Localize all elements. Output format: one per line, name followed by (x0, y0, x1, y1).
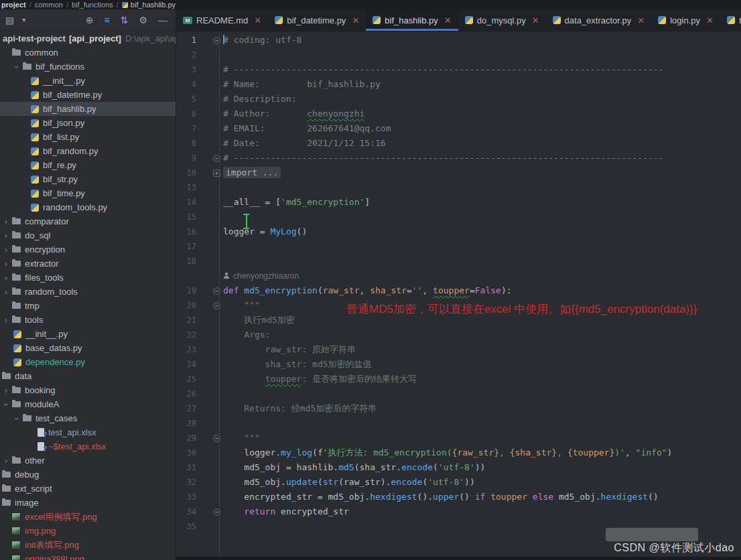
tree-item[interactable]: ext_script (0, 482, 176, 496)
fold-collapse-icon[interactable]: − (213, 508, 220, 516)
code-line[interactable]: 31 md5_obj = hashlib.md5(sha_str.encode(… (176, 460, 741, 475)
code-line[interactable]: 25 toupper: 是否将加密后的结果转大写 (176, 372, 741, 387)
tree-item[interactable]: ›other (0, 453, 176, 468)
close-icon[interactable]: ✕ (444, 15, 452, 25)
code-line[interactable]: 33 encrypted_str = md5_obj.hexdigest().u… (176, 490, 741, 504)
tree-item[interactable]: bif_str.py (0, 172, 176, 186)
code-line[interactable]: 28 (176, 416, 741, 431)
tree-item[interactable]: img.png (0, 524, 176, 538)
code-line[interactable]: 24 sha_str: md5加密的盐值 (176, 357, 741, 372)
fold-collapse-icon[interactable]: − (213, 37, 220, 44)
tab-README.md[interactable]: MREADME.md✕ (176, 9, 268, 31)
code-line[interactable]: 16logger = MyLog() (176, 224, 741, 239)
locate-icon[interactable]: ⊕ (86, 15, 94, 25)
tree-item[interactable]: ›comparator (0, 214, 176, 228)
tool-window-list-icon[interactable]: ▤ (5, 15, 14, 25)
tab-do_mysql.py[interactable]: do_mysql.py✕ (458, 9, 546, 31)
close-icon[interactable]: ✕ (352, 15, 359, 25)
tab-bif_datetime.py[interactable]: bif_datetime.py✕ (268, 9, 366, 31)
tree-item[interactable]: debug (0, 468, 176, 482)
tree-item[interactable]: ›files_tools (0, 271, 176, 285)
code-line[interactable]: 13 (176, 180, 741, 195)
chevron-collapsed-icon[interactable]: › (3, 232, 9, 239)
tree-item[interactable]: bif_random.py (0, 144, 176, 158)
tree-item[interactable]: bif_datetime.py (0, 88, 176, 102)
code-line[interactable]: 6# Author: chenyongzhi (176, 107, 741, 121)
tree-item[interactable]: excel用例填写.png (0, 510, 176, 524)
code-line[interactable]: 2 (176, 48, 741, 62)
tree-item[interactable]: bif_re.py (0, 158, 176, 172)
code-line[interactable]: 32 md5_obj.update(str(raw_str).encode('u… (176, 475, 741, 490)
code-line[interactable]: 17 (176, 239, 741, 254)
code-line[interactable]: 26 (176, 387, 741, 401)
tree-item[interactable]: ›extractor (0, 257, 176, 271)
fold-expand-icon[interactable]: + (213, 169, 220, 177)
chevron-collapsed-icon[interactable]: › (3, 289, 9, 295)
code-line[interactable]: 5# Description: (176, 92, 741, 107)
chevron-expanded-icon[interactable]: › (13, 415, 20, 422)
tree-root-item[interactable]: api-test-project [api_project] D:\apk_ap… (0, 31, 176, 46)
code-line[interactable]: 22 Args: (176, 328, 741, 342)
code-line[interactable]: 15 (176, 210, 741, 224)
close-icon[interactable]: ✕ (706, 15, 714, 25)
tree-item[interactable]: origina388l.png (0, 552, 176, 560)
tree-item[interactable]: bif_list.py (0, 130, 176, 144)
tree-item[interactable]: ~$test_api.xlsx (0, 439, 176, 453)
code-line[interactable]: 10+import ... (176, 165, 741, 180)
tree-item[interactable]: image (0, 496, 176, 510)
code-line[interactable]: 8# Date: 2021/1/12 15:16 (176, 136, 741, 151)
tab-test_stand[interactable]: test_stand (720, 9, 741, 31)
tree-item[interactable]: ›random_tools (0, 285, 176, 299)
fold-collapse-icon[interactable]: − (213, 155, 220, 162)
tree-item[interactable]: base_datas.py (0, 341, 176, 355)
tree-item[interactable]: bif_hashlib.py (0, 102, 176, 116)
code-line[interactable]: 1−# coding: utf-8 (176, 33, 741, 48)
tree-item[interactable]: bif_time.py (0, 186, 176, 200)
tab-login.py[interactable]: login.py✕ (651, 9, 720, 31)
tree-item[interactable]: ›encryption (0, 242, 176, 257)
chevron-expanded-icon[interactable]: › (13, 64, 20, 70)
expand-collapse-icon[interactable]: ⇅ (121, 15, 129, 25)
tree-item[interactable]: ›bif_functions (0, 60, 176, 74)
chevron-collapsed-icon[interactable]: › (3, 218, 9, 225)
tree-item[interactable]: data (0, 369, 176, 383)
breadcrumb-segment[interactable]: common (35, 0, 63, 9)
breadcrumb-segment[interactable]: bif_hashlib.py (131, 0, 176, 9)
chevron-collapsed-icon[interactable]: › (3, 247, 9, 253)
dropdown-caret-icon[interactable]: ▾ (22, 15, 25, 25)
tree-item[interactable]: random_tools.py (0, 200, 176, 214)
tree-item[interactable]: common (0, 46, 176, 60)
code-line[interactable]: 29− """ (176, 431, 741, 445)
tree-item[interactable]: ›test_cases (0, 411, 176, 425)
chevron-collapsed-icon[interactable]: › (3, 261, 9, 267)
tree-item[interactable]: __init__.py (0, 74, 176, 88)
tree-item[interactable]: ›booking (0, 383, 176, 397)
code-line[interactable]: 30 logger.my_log(f'执行方法: md5_encryption(… (176, 445, 741, 460)
close-icon[interactable]: ✕ (254, 15, 261, 25)
tree-item[interactable]: ›moduleA (0, 397, 176, 411)
code-line[interactable]: 20− """ (176, 298, 741, 313)
tree-item[interactable]: __init__.py (0, 327, 176, 341)
code-line[interactable]: 14__all__ = ['md5_encryption'] (176, 195, 741, 210)
tree-item[interactable]: ›tools (0, 313, 176, 327)
breadcrumb-segment[interactable]: bif_functions (72, 0, 113, 9)
collapse-all-icon[interactable]: ≡ (105, 15, 110, 25)
chevron-collapsed-icon[interactable]: › (3, 317, 9, 324)
code-editor[interactable]: 1−# coding: utf-823# -------------------… (176, 31, 741, 560)
fold-collapse-icon[interactable]: − (213, 435, 220, 442)
tree-item[interactable]: bif_json.py (0, 116, 176, 130)
tree-item[interactable]: tmp (0, 299, 176, 313)
tree-item[interactable]: test_api.xlsx (0, 425, 176, 439)
chevron-collapsed-icon[interactable]: › (3, 387, 9, 394)
code-line[interactable]: 9−# ------------------------------------… (176, 151, 741, 165)
code-line[interactable]: 27 Returns: 经md5加密后的字符串 (176, 401, 741, 416)
breadcrumb-segment[interactable]: project (1, 0, 26, 9)
code-line[interactable]: 21 执行md5加密 (176, 313, 741, 328)
close-icon[interactable]: ✕ (532, 15, 539, 25)
close-icon[interactable]: ✕ (637, 15, 645, 25)
code-line[interactable]: 23 raw_str: 原始字符串 (176, 342, 741, 357)
code-line[interactable]: 19−def md5_encryption(raw_str, sha_str='… (176, 283, 741, 298)
fold-collapse-icon[interactable]: − (213, 302, 220, 309)
chevron-collapsed-icon[interactable]: › (3, 458, 9, 464)
fold-collapse-icon[interactable]: − (213, 287, 220, 295)
